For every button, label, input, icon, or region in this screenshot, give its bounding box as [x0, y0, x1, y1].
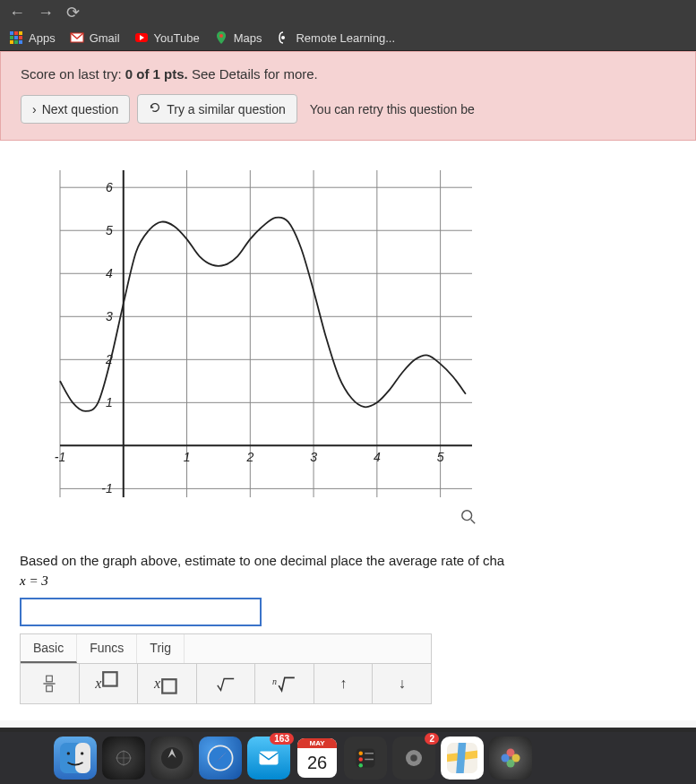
svg-point-58	[209, 746, 232, 770]
toolbar-keys: x x n ↑ ↓	[21, 664, 431, 703]
svg-rect-5	[19, 36, 22, 39]
svg-line-44	[471, 520, 476, 524]
svg-text:5: 5	[437, 450, 444, 464]
score-text: Score on last try: 0 of 1 pts. See Detai…	[21, 66, 675, 82]
svg-point-12	[281, 36, 285, 39]
svg-rect-8	[19, 40, 22, 44]
key-fraction[interactable]	[21, 664, 80, 703]
banner-buttons: › Next question Try a similar question Y…	[21, 94, 675, 124]
mail-badge: 163	[270, 733, 294, 745]
svg-rect-45	[47, 676, 53, 682]
svg-rect-0	[10, 31, 13, 35]
chevron-right-icon: ›	[32, 102, 37, 116]
gmail-label: Gmail	[90, 31, 120, 45]
mail-icon[interactable]: 163	[247, 737, 290, 780]
launchpad-icon[interactable]	[102, 737, 145, 780]
svg-text:3: 3	[106, 309, 113, 323]
try-similar-button[interactable]: Try a similar question	[137, 94, 297, 124]
tab-trig[interactable]: Trig	[137, 634, 185, 663]
svg-rect-51	[75, 743, 90, 773]
key-sqrt[interactable]	[197, 664, 256, 703]
page-content: Score on last try: 0 of 1 pts. See Detai…	[0, 51, 696, 728]
svg-rect-3	[10, 36, 13, 39]
svg-text:4: 4	[106, 266, 113, 280]
macos-dock: 163 MAY 26 2	[0, 732, 696, 784]
gmail-bookmark[interactable]: Gmail	[70, 30, 120, 45]
toolbar-tabs: Basic Funcs Trig	[21, 634, 431, 664]
svg-text:5: 5	[106, 223, 113, 237]
svg-text:3: 3	[310, 450, 317, 464]
question-prompt: Based on the graph above, estimate to on…	[20, 553, 676, 568]
maps-label: Maps	[234, 31, 262, 45]
tab-basic[interactable]: Basic	[21, 634, 77, 663]
youtube-label: YouTube	[154, 31, 200, 45]
apps-bookmark[interactable]: Apps	[9, 30, 56, 45]
finder-icon[interactable]	[54, 737, 97, 780]
reminders-icon[interactable]	[344, 737, 387, 780]
photos-icon[interactable]	[489, 737, 532, 780]
bookmarks-bar: Apps Gmail YouTube Maps Remote Learning.…	[0, 25, 696, 51]
svg-rect-7	[14, 40, 18, 44]
remote-learning-bookmark[interactable]: Remote Learning...	[276, 30, 395, 45]
youtube-bookmark[interactable]: YouTube	[134, 30, 200, 45]
svg-text:2: 2	[245, 450, 253, 464]
svg-rect-48	[104, 672, 117, 685]
youtube-icon	[134, 30, 149, 45]
calendar-icon[interactable]: MAY 26	[296, 737, 339, 780]
next-question-button[interactable]: › Next question	[21, 95, 130, 124]
key-subscript[interactable]: x	[138, 664, 197, 703]
svg-rect-1	[14, 31, 18, 35]
answer-input[interactable]	[20, 598, 262, 626]
remote-icon	[276, 30, 290, 45]
svg-point-43	[462, 511, 472, 521]
calendar-month: MAY	[297, 738, 337, 748]
svg-rect-49	[162, 679, 176, 693]
apps-label: Apps	[29, 31, 56, 45]
svg-point-52	[67, 752, 70, 754]
score-suffix: See Details for more.	[188, 66, 318, 82]
system-prefs-icon[interactable]: 2	[392, 737, 435, 780]
maps-icon	[214, 30, 228, 45]
app-store-icon[interactable]	[150, 737, 193, 780]
remote-label: Remote Learning...	[296, 31, 395, 45]
apps-icon	[9, 30, 23, 45]
key-arrow-up[interactable]: ↑	[314, 664, 374, 703]
svg-point-11	[219, 34, 223, 38]
svg-rect-4	[14, 36, 18, 39]
key-arrow-down[interactable]: ↓	[373, 664, 431, 703]
next-question-label: Next question	[42, 102, 119, 116]
svg-text:-1: -1	[55, 450, 65, 464]
chart-svg: -112345-1123456	[20, 157, 485, 533]
svg-point-53	[81, 752, 83, 754]
svg-rect-6	[10, 40, 13, 44]
svg-text:1: 1	[106, 395, 113, 409]
key-nth-root[interactable]: n	[255, 664, 314, 703]
svg-point-61	[359, 752, 364, 756]
browser-nav-bar: ← → ⟳	[0, 0, 696, 25]
svg-rect-59	[260, 752, 279, 765]
zoom-icon[interactable]	[460, 509, 477, 530]
question-math: x = 3	[20, 573, 676, 589]
tab-funcs[interactable]: Funcs	[77, 634, 137, 663]
svg-point-62	[359, 757, 364, 762]
question-area: -112345-1123456 Based on the graph above…	[0, 141, 696, 720]
maps-app-icon[interactable]	[441, 737, 484, 780]
svg-text:6: 6	[106, 180, 113, 194]
svg-point-67	[410, 754, 417, 762]
svg-rect-47	[47, 685, 53, 692]
key-exponent[interactable]: x	[80, 664, 139, 703]
safari-icon[interactable]	[199, 737, 242, 780]
forward-button[interactable]: →	[38, 4, 54, 22]
math-toolbar: Basic Funcs Trig x x n	[20, 633, 432, 704]
score-banner: Score on last try: 0 of 1 pts. See Detai…	[0, 51, 696, 141]
back-button[interactable]: ←	[9, 4, 25, 22]
try-similar-label: Try a similar question	[167, 102, 286, 116]
gmail-icon	[70, 30, 84, 45]
retry-info-text: You can retry this question be	[310, 102, 475, 116]
sysprefs-badge: 2	[425, 733, 439, 745]
svg-text:1: 1	[184, 450, 191, 464]
retry-icon	[149, 101, 161, 116]
svg-rect-2	[19, 31, 22, 35]
reload-button[interactable]: ⟳	[66, 3, 80, 22]
maps-bookmark[interactable]: Maps	[214, 30, 262, 45]
